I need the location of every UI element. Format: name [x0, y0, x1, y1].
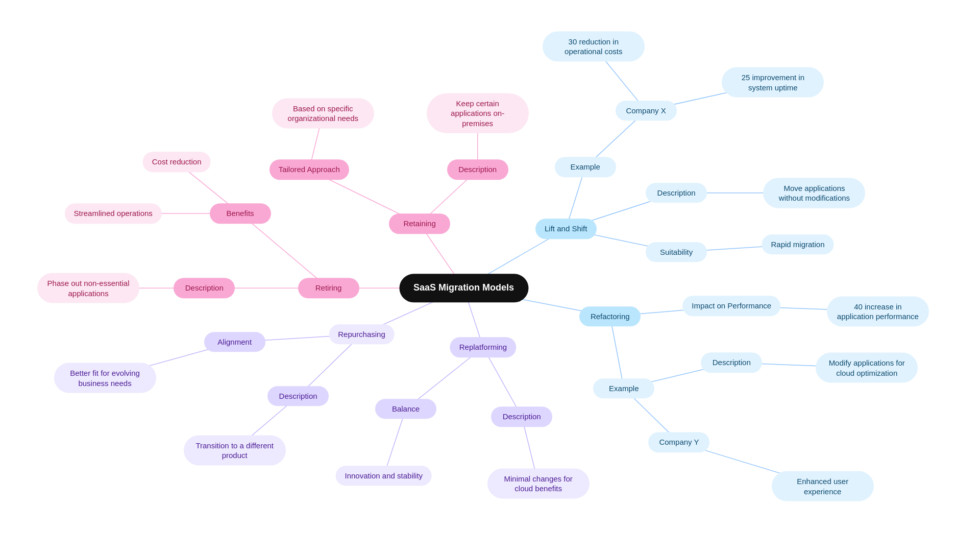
node-move-apps: Move applications without modifications — [763, 178, 865, 208]
node-tailored-desc: Based on specific organizational needs — [272, 98, 374, 128]
node-alignment: Alignment — [204, 332, 265, 352]
node-refactoring: Refactoring — [579, 306, 641, 327]
node-replatforming-desc: Description — [491, 406, 552, 427]
node-innovation: Innovation and stability — [335, 466, 432, 486]
center-node: SaaS Migration Models — [399, 274, 528, 302]
node-rapid-migration: Rapid migration — [762, 234, 834, 255]
node-transition: Transition to a different product — [184, 435, 286, 465]
svg-line-33 — [610, 317, 624, 389]
node-retaining: Retaining — [389, 213, 450, 234]
node-balance: Balance — [375, 399, 436, 419]
node-app-perf: 40 increase in application performance — [827, 296, 929, 326]
node-repurchasing: Repurchasing — [329, 324, 395, 345]
node-ls-example: Example — [555, 157, 616, 178]
node-ls-desc: Description — [646, 183, 707, 203]
mind-map-canvas: SaaS Migration ModelsRetainingTailored A… — [0, 0, 980, 553]
node-suitability: Suitability — [646, 242, 707, 262]
node-retiring-desc: Description — [174, 278, 235, 298]
node-streamlined: Streamlined operations — [65, 203, 162, 224]
node-company-x: Company X — [616, 101, 677, 121]
node-retiring: Retiring — [298, 278, 359, 298]
node-company-y: Company Y — [648, 432, 709, 453]
node-cost-reduction: Cost reduction — [143, 152, 211, 173]
node-enhanced-ux: Enhanced user experience — [772, 471, 874, 501]
node-replatforming: Replatforming — [450, 337, 516, 357]
node-modify-apps: Modify applications for cloud optimizati… — [816, 353, 918, 383]
node-benefits: Benefits — [210, 203, 271, 224]
node-tailored: Tailored Approach — [270, 160, 349, 180]
node-rf-example: Example — [593, 378, 654, 399]
node-cost-reduction2: 30 reduction in operational costs — [543, 31, 645, 61]
node-minimal-changes: Minimal changes for cloud benefits — [487, 468, 590, 498]
node-better-fit: Better fit for evolving business needs — [54, 363, 156, 393]
node-impact-perf: Impact on Performance — [682, 296, 780, 317]
node-rf-desc: Description — [701, 352, 762, 373]
node-retaining-desc: Description — [447, 160, 508, 180]
svg-line-6 — [240, 213, 329, 288]
node-uptime: 25 improvement in system uptime — [722, 67, 824, 98]
node-retaining-desc2: Keep certain applications on-premises — [427, 93, 529, 133]
node-phase-out: Phase out non-essential applications — [37, 273, 139, 303]
node-repurchasing-desc: Description — [267, 386, 329, 406]
node-lift-and-shift: Lift and Shift — [535, 219, 597, 239]
